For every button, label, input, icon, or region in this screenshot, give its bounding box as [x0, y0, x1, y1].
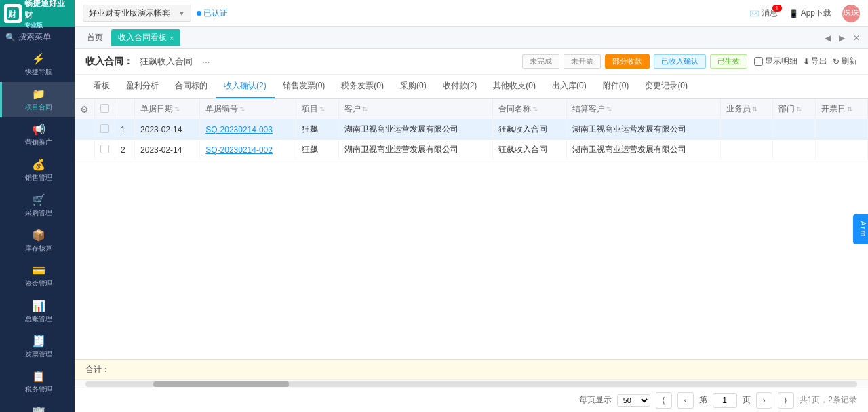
row-checkbox[interactable]: [100, 124, 109, 133]
related-customer-sort-icon: ⇅: [606, 105, 612, 113]
th-customer[interactable]: 客户⇅: [338, 99, 492, 119]
tab-prev-button[interactable]: ◀: [822, 32, 833, 44]
home-tab[interactable]: 首页: [80, 29, 110, 46]
header-checkbox[interactable]: [100, 104, 109, 113]
cell-customer: 湖南卫视商业运营发展有限公司: [338, 119, 492, 140]
cell-department: [773, 140, 816, 160]
sidebar-item-tax[interactable]: 📋 税务管理: [0, 364, 75, 400]
column-settings-icon[interactable]: ⚙: [80, 104, 89, 115]
subtab-changes[interactable]: 变更记录(0): [637, 75, 696, 98]
refresh-button[interactable]: ↻ 刷新: [833, 56, 857, 67]
th-salesperson[interactable]: 业务员⇅: [720, 99, 772, 119]
table-row[interactable]: 1 2023-02-14 SQ-20230214-003 狂飙 湖南卫视商业运营…: [75, 119, 868, 140]
horizontal-scrollbar[interactable]: [75, 379, 868, 388]
invoice-date-sort-icon: ⇅: [847, 105, 852, 113]
export-button[interactable]: ⬇ 导出: [803, 56, 827, 67]
document-number-link[interactable]: SQ-20230214-002: [205, 145, 273, 155]
sidebar-item-inventory[interactable]: 📦 库存核算: [0, 223, 75, 259]
search-label: 搜索菜单: [18, 31, 51, 43]
topbar-right: ✉️ 消息 1 📱 App下载 珠珠: [749, 5, 860, 22]
cell-invoice-date: [815, 140, 867, 160]
per-page-select[interactable]: 50 100 200: [617, 394, 650, 407]
scroll-thumb[interactable]: [153, 381, 289, 387]
subtab-attachment[interactable]: 附件(0): [595, 75, 637, 98]
first-page-button[interactable]: ⟨: [656, 392, 672, 409]
status-tag-uninvoiced[interactable]: 未开票: [564, 54, 601, 69]
tab-close-button[interactable]: ×: [170, 34, 174, 42]
cell-number: SQ-20230214-002: [200, 140, 296, 160]
th-invoice-date[interactable]: 开票日⇅: [815, 99, 867, 119]
subtab-other-income[interactable]: 其他收支(0): [485, 75, 544, 98]
status-tag-partial-receipt[interactable]: 部分收款: [605, 54, 650, 69]
tax-icon: 📋: [32, 370, 45, 383]
cell-project: 狂飙: [296, 140, 339, 160]
status-tag-incomplete[interactable]: 未完成: [522, 54, 559, 69]
subtab-tax-invoice[interactable]: 税务发票(0): [333, 75, 392, 98]
last-page-button[interactable]: ⟩: [778, 392, 794, 409]
th-related-customer[interactable]: 结算客户⇅: [566, 99, 720, 119]
sidebar-item-sales[interactable]: 💰 销售管理: [0, 153, 75, 188]
th-contract[interactable]: 合同名称⇅: [492, 99, 566, 119]
fund-label: 资金管理: [25, 279, 52, 288]
topbar: 好业财专业版演示帐套 ▼ 已认证 ✉️ 消息 1 📱 App下载 珠珠: [75, 0, 868, 27]
sidebar-item-fund[interactable]: 💳 资金管理: [0, 259, 75, 294]
subtab-purchase[interactable]: 采购(0): [392, 75, 435, 98]
status-tag-effective[interactable]: 已生效: [710, 54, 747, 69]
cell-contract: 狂飙收入合同: [492, 119, 566, 140]
customer-sort-icon: ⇅: [362, 105, 368, 113]
status-tag-recognized[interactable]: 已收入确认: [654, 54, 706, 69]
show-detail-label[interactable]: 显示明细: [754, 56, 797, 67]
prev-page-button[interactable]: ‹: [677, 392, 694, 409]
page-number-input[interactable]: [713, 393, 737, 408]
show-detail-checkbox[interactable]: [754, 57, 763, 66]
sidebar-item-invoice[interactable]: 🧾 发票管理: [0, 329, 75, 364]
cell-related-customer: 湖南卫视商业运营发展有限公司: [566, 140, 720, 160]
sidebar-search[interactable]: 🔍 搜索菜单: [0, 27, 75, 47]
cell-customer: 湖南卫视商业运营发展有限公司: [338, 140, 492, 160]
subtab-subject[interactable]: 合同标的: [167, 75, 216, 98]
subtab-payment[interactable]: 收付款(2): [435, 75, 486, 98]
subtab-sales-invoice[interactable]: 销售发票(0): [275, 75, 334, 98]
sidebar-item-quick-nav[interactable]: ⚡ 快捷导航: [0, 47, 75, 82]
user-avatar[interactable]: 珠珠: [842, 5, 860, 22]
th-department[interactable]: 部门⇅: [773, 99, 816, 119]
company-selector[interactable]: 好业财专业版演示帐套 ▼: [83, 5, 191, 22]
subtab-profit[interactable]: 盈利分析: [118, 75, 167, 98]
refresh-icon: ↻: [833, 57, 840, 67]
app-download-button[interactable]: 📱 App下载: [789, 7, 831, 19]
cell-date: 2023-02-14: [135, 119, 200, 140]
sidebar-item-marketing[interactable]: 📢 营销推广: [0, 117, 75, 153]
cell-related-customer: 湖南卫视商业运营发展有限公司: [566, 119, 720, 140]
cell-row-num: 1: [115, 119, 135, 140]
more-options-button[interactable]: ···: [202, 56, 210, 67]
active-tab[interactable]: 收入合同看板 ×: [111, 29, 180, 46]
row-checkbox[interactable]: [100, 145, 109, 153]
subtab-revenue[interactable]: 收入确认(2): [216, 75, 275, 98]
th-row-num: [115, 99, 135, 119]
sidebar-item-ledger[interactable]: 📊 总账管理: [0, 294, 75, 329]
scroll-track: [85, 381, 857, 387]
purchase-label: 采购管理: [25, 208, 52, 218]
right-panel-button[interactable]: Arm: [853, 214, 868, 244]
search-icon: 🔍: [5, 33, 16, 42]
tab-close-all-button[interactable]: ✕: [850, 32, 863, 44]
export-icon: ⬇: [803, 57, 810, 67]
cell-settings: [75, 140, 95, 160]
subtab-board[interactable]: 看板: [85, 75, 118, 98]
th-project[interactable]: 项目⇅: [296, 99, 339, 119]
document-number-link[interactable]: SQ-20230214-003: [205, 125, 273, 134]
per-page-label: 每页显示: [579, 394, 612, 406]
cell-department: [773, 119, 816, 140]
sidebar-item-project[interactable]: 📁 项目合同: [0, 82, 75, 117]
sidebar-item-fixed-assets[interactable]: 🏢 固定资产: [0, 400, 75, 412]
marketing-label: 营销推广: [25, 138, 52, 147]
message-button[interactable]: ✉️ 消息 1: [749, 7, 778, 19]
th-number[interactable]: 单据编号⇅: [200, 99, 296, 119]
subtab-warehouse[interactable]: 出入库(0): [544, 75, 595, 98]
tab-next-button[interactable]: ▶: [836, 32, 848, 44]
table-row[interactable]: 2 2023-02-14 SQ-20230214-002 狂飙 湖南卫视商业运营…: [75, 140, 868, 160]
next-page-button[interactable]: ›: [756, 392, 772, 409]
th-date[interactable]: 单据日期⇅: [135, 99, 200, 119]
sales-label: 销售管理: [25, 173, 52, 183]
sidebar-item-purchase[interactable]: 🛒 采购管理: [0, 188, 75, 223]
